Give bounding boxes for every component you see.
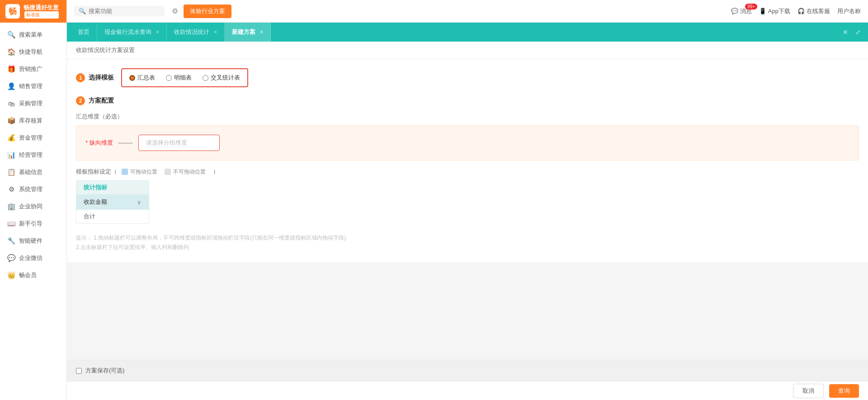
sidebar-item-system[interactable]: ⚙ 系统管理 [0, 181, 66, 198]
topbar: 🔍 ⚙ 体验行业方案 💬 消息 99+ 📱 App下载 🎧 在线客服 用户名称 [67, 0, 868, 23]
message-icon: 💬 [731, 8, 738, 14]
section1-num: 1 [76, 73, 85, 82]
app-logo-text: 畅捷通好生意 标准版 [24, 4, 59, 19]
sidebar-item-operations[interactable]: 📊 经营管理 [0, 146, 66, 164]
movable-dot [122, 169, 128, 175]
sidebar: 畅 畅捷通好生意 标准版 🔍 搜索菜单 🏠 快捷导航 🎁 营销推广 👤 销售管理… [0, 0, 67, 400]
sidebar-item-enterprise[interactable]: 🏢 企业协同 [0, 198, 66, 215]
search-bar[interactable]: 🔍 [74, 6, 165, 16]
download-btn[interactable]: 📱 App下载 [759, 7, 790, 15]
footer-actions: 取消 查询 [67, 381, 868, 400]
sidebar-item-guide[interactable]: 📖 新手引导 [0, 215, 66, 232]
tab-expand-btn[interactable]: ⤢ [854, 27, 863, 38]
breadcrumb: 收款情况统计方案设置 [67, 42, 868, 59]
template-selection: 汇总表 明细表 交叉统计表 [121, 68, 248, 87]
save-option: 方案保存(可选) [67, 360, 868, 381]
template-radio-summary[interactable] [129, 75, 135, 81]
tab-collection-close[interactable]: × [214, 29, 217, 35]
sidebar-item-quick-nav[interactable]: 🏠 快捷导航 [0, 43, 66, 61]
message-badge: 99+ [745, 4, 757, 9]
query-button[interactable]: 查询 [829, 384, 859, 398]
tab-home[interactable]: 首页 [71, 23, 97, 42]
template-option-cross[interactable]: 交叉统计表 [203, 74, 240, 82]
sidebar-item-label: 企业微信 [19, 254, 42, 262]
sidebar-item-label: 资金管理 [19, 134, 42, 142]
tab-new-plan-close[interactable]: × [260, 29, 263, 35]
chart-icon: 📊 [7, 151, 15, 159]
dimension-area: * 纵向维度 —— 请选择分组维度 [76, 125, 859, 160]
sidebar-item-label: 基础信息 [19, 168, 42, 176]
sidebar-item-finance[interactable]: 💰 资金管理 [0, 129, 66, 146]
crown-icon: 👑 [7, 271, 15, 279]
settings-gear-icon[interactable]: ⚙ [172, 7, 178, 15]
template-detail-label: 明细表 [174, 74, 192, 82]
tab-collection[interactable]: 收款情况统计 × [167, 23, 225, 42]
save-checkbox-label: 方案保存(可选) [85, 367, 125, 375]
service-icon: 🎧 [797, 8, 805, 14]
drag-legend: 可拖动位置 不可拖动位置 ） [122, 168, 219, 176]
user-name[interactable]: 用户名称 [837, 7, 861, 15]
search-input[interactable] [89, 8, 152, 14]
save-checkbox[interactable] [76, 368, 82, 374]
sidebar-item-sales[interactable]: 👤 销售管理 [0, 78, 66, 95]
sidebar-nav: 🔍 搜索菜单 🏠 快捷导航 🎁 营销推广 👤 销售管理 🛍 采购管理 📦 库存核… [0, 23, 66, 400]
tip-line2: 2.点击标题栏下拉可设置排序、插入列和删除列 [76, 244, 859, 251]
book-icon: 📖 [7, 220, 15, 228]
page-content: 收款情况统计方案设置 1 选择模板 汇总表 明细表 [67, 42, 868, 400]
sidebar-item-member[interactable]: 👑 畅会员 [0, 267, 66, 284]
fixed-dot [165, 169, 171, 175]
template-radio-cross[interactable] [203, 75, 208, 81]
dropdown-chevron-icon[interactable]: ∨ [137, 199, 142, 206]
dimension-select[interactable]: 请选择分组维度 [138, 135, 220, 151]
tab-close-btn[interactable]: ✕ [841, 27, 850, 38]
metrics-item-collection[interactable]: 收款金额 ∨ [76, 194, 149, 210]
sidebar-item-wechat[interactable]: 💬 企业微信 [0, 249, 66, 267]
hardware-icon: 🔧 [7, 237, 15, 245]
tip-line1: 提示： 1.拖动标题栏可以调整布局，不可跨维度或指标区域拖动栏目字段(只能在同一… [76, 234, 859, 242]
template-radio-detail[interactable] [166, 75, 172, 81]
sidebar-item-label: 采购管理 [19, 99, 42, 108]
home-icon: 🏠 [7, 48, 15, 56]
section2: 2 方案配置 汇总维度（必选） * 纵向维度 —— 请选择分组维度 [76, 96, 859, 251]
cancel-button[interactable]: 取消 [793, 384, 824, 398]
industry-btn[interactable]: 体验行业方案 [184, 5, 231, 18]
sidebar-item-label: 新手引导 [19, 220, 42, 228]
summary-dim-title: 汇总维度（必选） [76, 113, 859, 121]
message-btn[interactable]: 💬 消息 99+ [731, 7, 752, 15]
dimension-row: * 纵向维度 —— 请选择分组维度 [85, 135, 849, 151]
metrics-label-row: 模板指标设定（ 可拖动位置 不可拖动位置 ） [76, 168, 859, 176]
tips-section: 提示： 1.拖动标题栏可以调整布局，不可跨维度或指标区域拖动栏目字段(只能在同一… [76, 234, 859, 251]
template-option-detail[interactable]: 明细表 [166, 74, 192, 82]
tab-cashflow[interactable]: 现金银行流水查询 × [97, 23, 167, 42]
sidebar-item-search-menu[interactable]: 🔍 搜索菜单 [0, 26, 66, 43]
metrics-sub-item-total: 合计 [76, 210, 149, 223]
money-icon: 💰 [7, 134, 15, 142]
tab-cashflow-close[interactable]: × [156, 29, 159, 35]
metrics-table-header: 统计指标 [76, 181, 149, 194]
user-icon: 👤 [7, 82, 15, 90]
sidebar-item-label: 企业协同 [19, 202, 42, 211]
template-option-summary[interactable]: 汇总表 [129, 74, 155, 82]
sidebar-item-basics[interactable]: 📋 基础信息 [0, 164, 66, 181]
download-icon: 📱 [759, 8, 766, 14]
metrics-config: 模板指标设定（ 可拖动位置 不可拖动位置 ） [76, 168, 859, 225]
sidebar-item-marketing[interactable]: 🎁 营销推广 [0, 61, 66, 78]
sidebar-item-label: 搜索菜单 [19, 31, 42, 39]
sidebar-item-label: 经营管理 [19, 151, 42, 159]
sidebar-item-purchase[interactable]: 🛍 采购管理 [0, 95, 66, 112]
chat-icon: 💬 [7, 254, 15, 262]
sidebar-item-label: 系统管理 [19, 185, 42, 193]
sidebar-item-hardware[interactable]: 🔧 智能硬件 [0, 232, 66, 249]
metrics-table: 统计指标 收款金额 ∨ 合计 [76, 180, 149, 224]
metrics-label-text: 模板指标设定（ [76, 168, 117, 176]
sidebar-item-label: 库存核算 [19, 117, 42, 125]
section2-label: 2 方案配置 [76, 96, 859, 105]
tab-new-plan[interactable]: 新建方案 × [225, 23, 271, 42]
list-icon: 📋 [7, 168, 15, 176]
sidebar-item-inventory[interactable]: 📦 库存核算 [0, 112, 66, 129]
building-icon: 🏢 [7, 202, 15, 211]
search-icon: 🔍 [79, 8, 86, 14]
vertical-dim-label: * 纵向维度 [85, 139, 113, 147]
service-btn[interactable]: 🎧 在线客服 [797, 7, 830, 15]
box-icon: 📦 [7, 117, 15, 125]
